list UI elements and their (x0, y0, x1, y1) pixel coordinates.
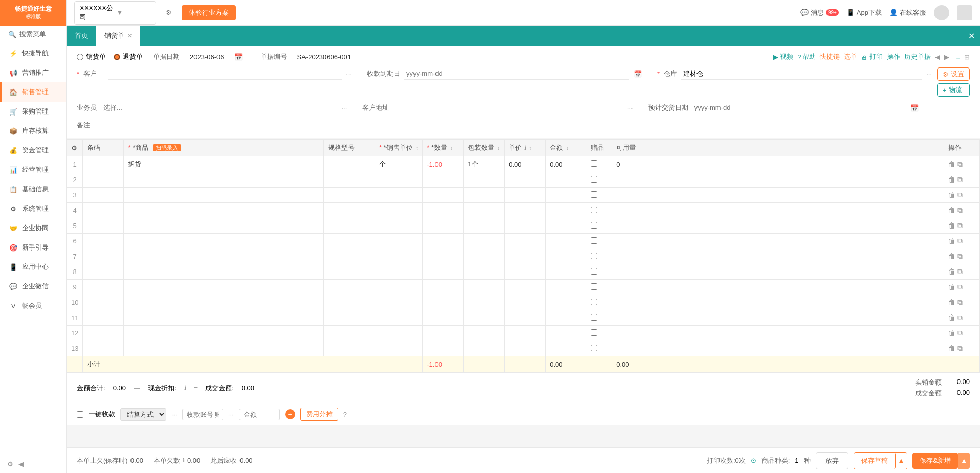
row-spec[interactable] (323, 249, 375, 264)
row-product[interactable] (124, 341, 323, 356)
search-menu[interactable]: 🔍 搜索菜单 (0, 26, 66, 43)
row-product[interactable] (124, 249, 323, 264)
tab-home[interactable]: 首页 (67, 26, 96, 46)
settings-gear-button[interactable]: ⚙ (161, 5, 177, 20)
account-input[interactable] (182, 409, 223, 420)
row-barcode[interactable] (83, 156, 124, 172)
receipt-date-calendar-icon[interactable]: 📅 (634, 70, 642, 78)
row-copy-icon[interactable]: ⧉ (957, 298, 963, 307)
row-spec[interactable] (323, 188, 375, 203)
row-copy-icon[interactable]: ⧉ (957, 206, 963, 215)
sidebar-item-marketing[interactable]: 📢 营销推广 (0, 63, 66, 82)
save-new-arrow[interactable]: ▲ (958, 453, 970, 469)
row-unit[interactable] (375, 341, 422, 356)
row-product[interactable] (124, 264, 323, 280)
row-price[interactable]: 0.00 (505, 156, 546, 172)
row-price[interactable] (505, 280, 546, 295)
row-unit[interactable] (375, 203, 422, 218)
row-amount[interactable] (546, 203, 586, 218)
save-new-button[interactable]: 保存&新增 (912, 453, 958, 469)
shortcut-btn[interactable]: 快捷键 (820, 52, 840, 61)
row-copy-icon[interactable]: ⧉ (957, 283, 963, 291)
row-spec[interactable] (323, 341, 375, 356)
row-gift[interactable] (586, 326, 612, 341)
row-pack-qty[interactable] (464, 234, 505, 249)
row-qty[interactable] (423, 218, 464, 234)
row-product[interactable] (124, 280, 323, 295)
row-spec[interactable] (323, 156, 375, 172)
row-gift[interactable] (586, 280, 612, 295)
row-qty[interactable] (423, 234, 464, 249)
row-gift[interactable] (586, 341, 612, 356)
sidebar-collapse-icon[interactable]: ◀ (18, 460, 24, 468)
row-pack-qty[interactable] (464, 326, 505, 341)
owed-info-icon[interactable]: ℹ (183, 457, 185, 464)
row-gift[interactable] (586, 172, 612, 188)
row-product[interactable] (124, 295, 323, 310)
sidebar-item-enterprise-collab[interactable]: 🤝 企业协同 (0, 218, 66, 238)
radio-return-input[interactable] (114, 54, 120, 60)
calendar-icon[interactable]: 📅 (234, 53, 243, 61)
online-support-button[interactable]: 👤 在线客服 (889, 8, 926, 17)
grid-view-icon[interactable]: ⊞ (964, 53, 970, 61)
payment-method-select[interactable]: 结算方式 (120, 408, 166, 421)
row-amount[interactable] (546, 234, 586, 249)
row-barcode[interactable] (83, 264, 124, 280)
row-gift[interactable] (586, 234, 612, 249)
row-qty[interactable] (423, 326, 464, 341)
row-delete-icon[interactable]: 🗑 (948, 191, 955, 199)
row-qty[interactable] (423, 295, 464, 310)
row-amount[interactable] (546, 310, 586, 326)
row-price[interactable] (505, 234, 546, 249)
row-product[interactable] (124, 234, 323, 249)
save-draft-arrow[interactable]: ▲ (896, 453, 907, 469)
row-copy-icon[interactable]: ⧉ (957, 221, 963, 230)
row-copy-icon[interactable]: ⧉ (957, 252, 963, 261)
row-spec[interactable] (323, 264, 375, 280)
row-amount[interactable] (546, 295, 586, 310)
row-gift[interactable] (586, 264, 612, 280)
row-pack-qty[interactable] (464, 264, 505, 280)
row-spec[interactable] (323, 280, 375, 295)
row-qty[interactable] (423, 310, 464, 326)
help-btn[interactable]: ? 帮助 (797, 52, 816, 61)
discount-info-icon[interactable]: ℹ (184, 385, 186, 391)
row-qty[interactable] (423, 172, 464, 188)
row-price[interactable] (505, 326, 546, 341)
row-unit[interactable] (375, 188, 422, 203)
row-pack-qty[interactable]: 1个 (464, 156, 505, 172)
row-price[interactable] (505, 218, 546, 234)
row-copy-icon[interactable]: ⧉ (957, 344, 963, 353)
row-copy-icon[interactable]: ⧉ (957, 175, 963, 184)
row-gift[interactable] (586, 203, 612, 218)
select-btn[interactable]: 选单 (844, 52, 857, 61)
row-spec[interactable] (323, 295, 375, 310)
row-product[interactable] (124, 203, 323, 218)
message-button[interactable]: 💬 消息 99+ (800, 8, 839, 17)
video-btn[interactable]: ▶ 视频 (773, 52, 793, 61)
radio-sales-input[interactable] (77, 54, 83, 60)
row-amount[interactable] (546, 264, 586, 280)
history-btn[interactable]: 历史单据 (904, 52, 931, 61)
row-delete-icon[interactable]: 🗑 (948, 267, 955, 276)
remark-input[interactable] (94, 119, 299, 131)
row-product[interactable] (124, 188, 323, 203)
row-delete-icon[interactable]: 🗑 (948, 298, 955, 307)
sidebar-item-newbie-guide[interactable]: 🎯 新手引导 (0, 238, 66, 257)
row-delete-icon[interactable]: 🗑 (948, 252, 955, 261)
amount-input[interactable] (239, 409, 280, 420)
row-delete-icon[interactable]: 🗑 (948, 283, 955, 291)
row-product[interactable] (124, 326, 323, 341)
tab-close-icon[interactable]: ✕ (127, 33, 132, 39)
row-barcode[interactable] (83, 203, 124, 218)
sidebar-item-business-mgmt[interactable]: 📊 经营管理 (0, 160, 66, 179)
row-pack-qty[interactable] (464, 280, 505, 295)
row-spec[interactable] (323, 172, 375, 188)
row-gift[interactable] (586, 156, 612, 172)
row-unit[interactable] (375, 172, 422, 188)
salesperson-input[interactable] (101, 102, 337, 114)
row-unit[interactable] (375, 234, 422, 249)
row-amount[interactable] (546, 280, 586, 295)
salesperson-dots[interactable]: ··· (341, 104, 347, 112)
abandon-button[interactable]: 放弃 (816, 452, 848, 469)
